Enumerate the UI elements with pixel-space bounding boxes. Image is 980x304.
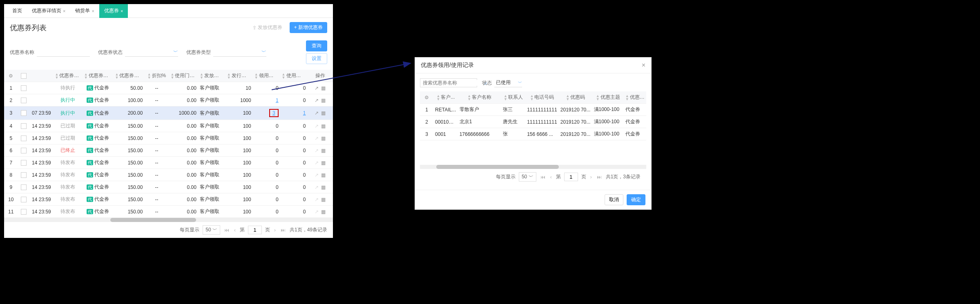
tab-优惠券[interactable]: 优惠券× [99, 4, 128, 18]
page-prev-button[interactable]: ‹ [549, 174, 553, 180]
page-first-button[interactable]: ⏮ [540, 174, 546, 180]
table-row[interactable]: 2执行中代代金券100.00--0.00客户领取100010↗▦ [4, 94, 333, 107]
table-row[interactable]: 1014 23:59待发布代代金券150.00--0.00客户领取10000↗▦ [4, 193, 333, 206]
dcol-6[interactable]: ▲▼优惠主题 [592, 91, 624, 104]
qrcode-icon[interactable]: ▦ [321, 148, 326, 153]
table-row[interactable]: 1待执行代代金券50.00--0.00客户领取1000↗▦ [4, 82, 333, 94]
qrcode-icon[interactable]: ▦ [321, 98, 326, 103]
dialog-search-input[interactable] [423, 80, 484, 86]
close-icon[interactable]: × [121, 9, 123, 13]
checkbox-all[interactable] [21, 73, 27, 79]
type-cell: 代代金券 [83, 144, 114, 157]
table-row[interactable]: 514 23:59已过期代代金券150.00--0.00客户领取10000↗▦ [4, 132, 333, 144]
page-prev-button[interactable]: ‹ [233, 227, 237, 233]
page-input[interactable] [564, 173, 578, 181]
col-4[interactable]: ▲▼优惠券类型 [83, 70, 114, 82]
qrcode-icon[interactable]: ▦ [321, 197, 326, 202]
dcol-7[interactable]: ▲▼优惠券类 [624, 91, 646, 104]
distribute-coupon-button[interactable]: ⇪ 发放优惠券 [248, 22, 286, 33]
confirm-button[interactable]: 确定 [627, 194, 645, 205]
table-row[interactable]: 307 23:59执行中代代金券200.00--1000.00客户领取10031… [4, 107, 333, 120]
qrcode-icon[interactable]: ▦ [321, 172, 326, 178]
dcol-3[interactable]: ▲▼联系人 [501, 91, 526, 104]
per-page-select[interactable]: 50 ﹀ [519, 172, 536, 182]
gear-column[interactable]: ⚙ [4, 70, 18, 82]
col-9[interactable]: ▲▼发行数量 [225, 70, 253, 82]
qrcode-icon[interactable]: ▦ [321, 135, 326, 141]
threshold-cell: 0.00 [169, 120, 198, 132]
tab-销货单[interactable]: 销货单× [70, 4, 99, 18]
filter-status-select[interactable]: ﹀ [125, 48, 178, 57]
close-icon[interactable]: × [642, 62, 645, 69]
tab-首页[interactable]: 首页 [7, 4, 27, 18]
dcol-4[interactable]: ▲▼电话号码 [525, 91, 559, 104]
table-row[interactable]: 1114 23:59待发布代代金券150.00--0.00客户领取10000↗▦ [4, 206, 333, 218]
col-3[interactable]: ▲▼优惠券状态 [53, 70, 82, 82]
qrcode-icon[interactable]: ▦ [321, 85, 326, 91]
dialog-search-box[interactable]: ⌕ [420, 78, 477, 87]
page-first-button[interactable]: ⏮ [223, 227, 230, 233]
table-row[interactable]: 414 23:59已过期代代金券150.00--0.00客户领取10000↗▦ [4, 120, 333, 132]
gear-column[interactable]: ⚙ [420, 91, 433, 104]
col-6[interactable]: ▲▼折扣% [144, 70, 169, 82]
claim-link[interactable]: 3 [272, 110, 275, 116]
row-checkbox[interactable] [21, 197, 27, 202]
claim-link[interactable]: 1 [276, 98, 279, 103]
page-last-button[interactable]: ⏭ [596, 174, 603, 180]
row-checkbox[interactable] [21, 123, 27, 129]
open-icon[interactable]: ↗ [315, 98, 319, 103]
open-icon[interactable]: ↗ [315, 110, 319, 116]
filter-name-input[interactable] [37, 48, 90, 57]
horizontal-scrollbar[interactable] [4, 218, 333, 222]
settings-button[interactable]: 设置 [306, 53, 327, 64]
state-select[interactable]: 已使用 [494, 78, 522, 87]
qrcode-icon[interactable]: ▦ [321, 184, 326, 190]
row-checkbox[interactable] [21, 85, 27, 91]
row-checkbox[interactable] [21, 160, 27, 166]
qrcode-icon[interactable]: ▦ [321, 110, 326, 116]
column-label: 折扣% [152, 73, 166, 78]
page-input[interactable] [248, 226, 262, 234]
checkbox-column[interactable] [18, 70, 29, 82]
row-checkbox[interactable] [21, 110, 27, 116]
dcol-1[interactable]: ▲▼客户... [433, 91, 458, 104]
row-checkbox[interactable] [21, 209, 27, 215]
table-row[interactable]: 714 23:59待发布代代金券150.00--0.00客户领取10000↗▦ [4, 157, 333, 169]
col-7[interactable]: ▲▼使用门槛... [169, 70, 198, 82]
table-row[interactable]: 914 23:59待发布代代金券150.00--0.00客户领取10000↗▦ [4, 181, 333, 193]
page-next-button[interactable]: › [589, 174, 593, 180]
add-coupon-button[interactable]: + 新增优惠券 [290, 22, 327, 33]
use-link[interactable]: 1 [303, 110, 306, 116]
search-button[interactable]: 查询 [306, 40, 327, 51]
voucher-badge-icon: 代 [87, 85, 93, 91]
page-last-button[interactable]: ⏭ [280, 227, 286, 233]
cancel-button[interactable]: 取消 [605, 194, 623, 205]
qrcode-icon[interactable]: ▦ [321, 209, 326, 215]
row-checkbox[interactable] [21, 172, 27, 178]
col-10[interactable]: ▲▼领用数量 [253, 70, 280, 82]
row-checkbox[interactable] [21, 184, 27, 190]
row-checkbox[interactable] [21, 98, 27, 103]
table-row[interactable]: 200010001北京1唐先生111111111112019120 70...满… [420, 116, 646, 128]
dcol-2[interactable]: ▲▼客户名称 [458, 91, 501, 104]
filter-type-select[interactable]: ﹀ [213, 48, 266, 57]
per-page-select[interactable]: 50 ﹀ [203, 225, 220, 235]
table-row[interactable]: 614 23:59已终止代代金券150.00--0.00客户领取10000↗▦ [4, 144, 333, 157]
tab-优惠券详情页[interactable]: 优惠券详情页× [27, 4, 70, 18]
row-checkbox[interactable] [21, 148, 27, 153]
qrcode-icon[interactable]: ▦ [321, 160, 326, 166]
table-row[interactable]: 814 23:59待发布代代金券150.00--0.00客户领取10000↗▦ [4, 169, 333, 181]
col-8[interactable]: ▲▼发放方式 [198, 70, 225, 82]
open-icon[interactable]: ↗ [315, 85, 319, 91]
row-checkbox[interactable] [21, 135, 27, 141]
qrcode-icon[interactable]: ▦ [321, 123, 326, 129]
close-icon[interactable]: × [63, 9, 65, 13]
table-row[interactable]: 3000117666666666张156 6666 ...2019120 70.… [420, 128, 646, 140]
table-row[interactable]: 1RETAIL...零散客户张三111111111112019120 70...… [420, 104, 646, 116]
dialog-horizontal-scrollbar[interactable] [420, 165, 646, 169]
col-5[interactable]: ▲▼优惠券面值 [114, 70, 145, 82]
close-icon[interactable]: × [92, 9, 94, 13]
dcol-5[interactable]: ▲▼优惠码 [559, 91, 592, 104]
col-11[interactable]: ▲▼使用数量 [280, 70, 308, 82]
page-next-button[interactable]: › [273, 227, 277, 233]
